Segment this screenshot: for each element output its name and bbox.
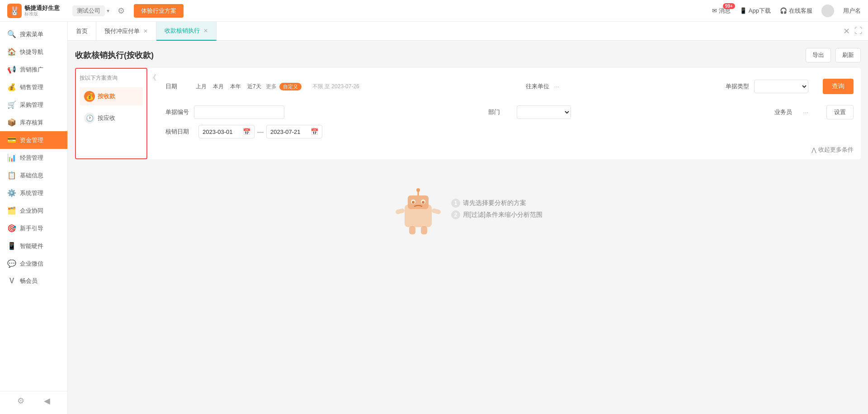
empty-tips: 1 请先选择要分析的方案 2 用[过滤]条件来缩小分析范围	[451, 199, 542, 219]
chevron-down-icon[interactable]: ▾	[107, 8, 109, 14]
doc-num-input[interactable]	[194, 105, 284, 119]
date-7days[interactable]: 近7天	[245, 82, 263, 91]
sidebar-bottom: ⚙ ◀	[0, 391, 67, 410]
sidebar-item-sales[interactable]: 💰 销售管理	[0, 78, 67, 96]
sidebar-label-basic-info: 基础信息	[20, 171, 43, 180]
sidebar-item-search-menu[interactable]: 🔍 搜索菜单	[0, 25, 67, 43]
tab-prepay[interactable]: 预付冲应付单 ✕	[96, 22, 156, 41]
sidebar-label-wechat: 企业微信	[20, 260, 43, 268]
more-conditions-label: 收起更多条件	[818, 146, 854, 154]
date-custom-badge[interactable]: 自定义	[279, 83, 302, 90]
receipt-icon: 💰	[84, 91, 95, 102]
refresh-btn[interactable]: 刷新	[835, 48, 861, 62]
sidebar-item-wechat[interactable]: 💬 企业微信	[0, 255, 67, 272]
filter-option-receipt-label: 按收款	[98, 92, 115, 100]
tip-num-1: 1	[451, 199, 460, 208]
empty-state: 1 请先选择要分析的方案 2 用[过滤]条件来缩小分析范围	[75, 159, 861, 250]
filter-option-receivable[interactable]: 🕐 按应收	[80, 109, 143, 127]
tab-writeoff-close[interactable]: ✕	[203, 28, 208, 34]
sidebar-item-member[interactable]: V 畅会员	[0, 272, 67, 290]
sidebar-label-guide: 新手引导	[20, 224, 43, 233]
settings-bottom-icon[interactable]: ⚙	[17, 396, 24, 406]
sidebar-item-operation[interactable]: 📊 经营管理	[0, 149, 67, 167]
sidebar-item-basic-info[interactable]: 📋 基础信息	[0, 167, 67, 184]
counterpart-label: 往来单位	[526, 82, 551, 90]
online-service-btn[interactable]: 🎧 在线客服	[780, 7, 812, 15]
card-icon: 💳	[7, 136, 16, 144]
top-bar-left: 🐰 畅捷通好生意 标准版 测试公司 ▾ ⚙ 体验行业方案	[7, 4, 184, 18]
staff-label: 业务员	[774, 108, 799, 116]
message-icon: ✉	[712, 7, 717, 14]
sidebar-item-smart-hw[interactable]: 📱 智能硬件	[0, 237, 67, 255]
calendar-start-icon[interactable]: 📅	[243, 128, 250, 135]
doc-num-label: 单据编号	[165, 108, 190, 116]
filter-row-3: 核销日期 📅 — 📅	[165, 125, 854, 138]
tab-prepay-close[interactable]: ✕	[143, 28, 148, 34]
sidebar: 🔍 搜索菜单 🏠 快捷导航 📢 营销推广 💰 销售管理 🛒 采购管理 📦 库存核…	[0, 22, 68, 414]
sales-icon: 💰	[7, 83, 16, 91]
filter-field-doc-num: 单据编号	[165, 105, 284, 119]
search-icon: 🔍	[7, 30, 16, 38]
home-icon: 🏠	[7, 48, 16, 56]
sidebar-item-purchase[interactable]: 🛒 采购管理	[0, 96, 67, 114]
megaphone-icon: 📢	[7, 65, 16, 74]
date-not-limit: 不限 至 2023-07-26	[312, 83, 359, 90]
filter-field-staff: 业务员 ···	[774, 108, 808, 116]
sidebar-label-marketing: 营销推广	[20, 66, 43, 74]
collapse-arrow-btn[interactable]: 《	[147, 68, 158, 159]
svg-rect-11	[421, 226, 427, 234]
logo-sub: 标准版	[24, 11, 60, 17]
sidebar-item-guide[interactable]: 🎯 新手引导	[0, 219, 67, 237]
message-badge: 99+	[723, 3, 735, 9]
sidebar-item-inventory[interactable]: 📦 库存核算	[0, 114, 67, 131]
writeoff-start-input[interactable]	[203, 128, 241, 135]
left-filter: 按以下方案查询 💰 按收款 🕐 按应收	[75, 68, 147, 159]
date-more-btn[interactable]: 更多	[266, 83, 277, 90]
empty-row: 1 请先选择要分析的方案 2 用[过滤]条件来缩小分析范围	[393, 186, 542, 232]
message-btn[interactable]: ✉ 消息 99+	[712, 7, 731, 15]
date-this-month[interactable]: 本月	[211, 82, 226, 91]
company-name[interactable]: 测试公司	[72, 5, 105, 16]
filter-option-receipt[interactable]: 💰 按收款	[80, 87, 143, 105]
sidebar-item-system[interactable]: ⚙️ 系统管理	[0, 184, 67, 202]
export-btn[interactable]: 导出	[806, 48, 831, 62]
query-button[interactable]: 查询	[823, 79, 854, 94]
filter-row-2: 单据编号 部门 业务员 ···	[165, 105, 854, 119]
dept-label: 部门	[488, 108, 513, 116]
sidebar-item-capital[interactable]: 💳 资金管理	[0, 131, 67, 149]
counterpart-dots[interactable]: ···	[554, 83, 560, 90]
sidebar-item-quick-nav[interactable]: 🏠 快捷导航	[0, 43, 67, 61]
filter-row-1: 日期 上月 本月 本年 近7天 更多 自定义 不限 至 2023-0	[165, 73, 854, 100]
industry-btn[interactable]: 体验行业方案	[134, 4, 184, 18]
avatar[interactable]	[821, 5, 834, 17]
tab-close-all-icon[interactable]: ✕	[843, 26, 850, 36]
tab-writeoff-label: 收款核销执行	[165, 27, 200, 35]
svg-point-4	[412, 201, 415, 204]
sidebar-item-enterprise[interactable]: 🗂️ 企业协同	[0, 202, 67, 219]
tab-home[interactable]: 首页	[68, 22, 96, 41]
more-conditions-btn[interactable]: ⋀ 收起更多条件	[811, 146, 854, 154]
sidebar-item-marketing[interactable]: 📢 营销推广	[0, 61, 67, 78]
date-this-year[interactable]: 本年	[228, 82, 243, 91]
dept-select[interactable]	[517, 105, 571, 119]
sidebar-label-quick-nav: 快捷导航	[20, 48, 43, 56]
member-icon: V	[7, 277, 16, 285]
date-last-month[interactable]: 上月	[194, 82, 208, 91]
writeoff-end-input[interactable]	[270, 128, 309, 135]
doc-type-select[interactable]	[754, 80, 808, 93]
empty-tip-2-text: 用[过滤]条件来缩小分析范围	[463, 211, 542, 219]
date-dash: —	[257, 128, 264, 135]
logo-area: 🐰 畅捷通好生意 标准版	[7, 4, 60, 18]
right-filter: 日期 上月 本月 本年 近7天 更多 自定义 不限 至 2023-0	[158, 68, 861, 159]
company-selector[interactable]: 测试公司 ▾	[72, 5, 109, 16]
collapse-icon[interactable]: ◀	[44, 396, 50, 406]
settings-button[interactable]: 设置	[826, 105, 854, 119]
tab-expand-icon[interactable]: ⛶	[854, 26, 863, 36]
clipboard-icon: 📋	[7, 171, 16, 180]
staff-dots[interactable]: ···	[803, 109, 808, 116]
tab-writeoff[interactable]: 收款核销执行 ✕	[156, 22, 217, 41]
app-download-btn[interactable]: 📱 App下载	[740, 7, 771, 15]
gear-icon[interactable]: ⚙	[118, 6, 125, 16]
headset-icon: 🎧	[780, 7, 787, 14]
calendar-end-icon[interactable]: 📅	[311, 128, 318, 135]
